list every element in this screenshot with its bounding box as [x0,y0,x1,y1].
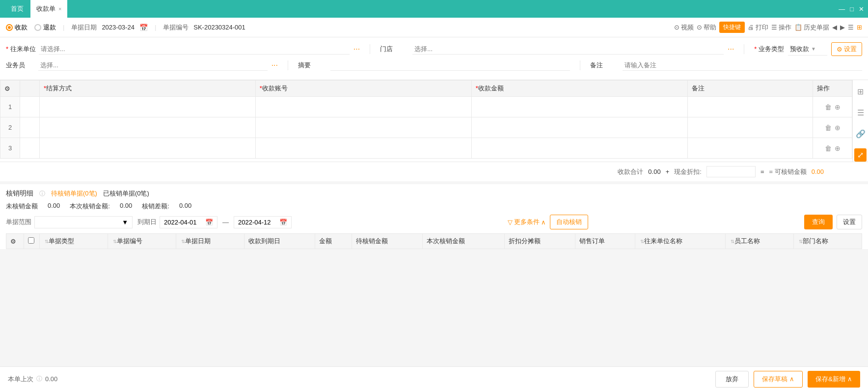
video-btn[interactable]: ⊙ 视频 [674,23,694,32]
tab-home[interactable]: 首页 [4,0,30,18]
col-payment-method-header: *结算方式 [40,81,256,97]
query-button[interactable]: 查询 [804,215,833,229]
salesperson-label: 业务员 [6,61,35,70]
sidebar-expand-icon[interactable]: ⤢ [854,148,867,162]
row-2-copy-icon[interactable]: ⊕ [835,124,841,132]
col-amount-header: *收款金额 [471,81,687,97]
salesperson-input[interactable] [38,60,268,71]
tab-active-label: 收款单 [36,0,55,18]
save-new-button[interactable]: 保存&新增 ∧ [808,371,860,388]
radio-receive[interactable]: 收款 [6,23,27,32]
close-icon[interactable]: ✕ [859,5,864,13]
data-table: ⚙ *结算方式 *收款账号 *收款金额 备注 操作 [0,80,852,159]
divider3 [288,60,288,70]
date-from-calendar-icon[interactable]: 📅 [205,219,213,226]
history-btn[interactable]: 📋 历史单据 [794,23,829,32]
sidebar-link-icon[interactable]: 🔗 [854,127,868,140]
settings-button[interactable]: ⚙ 设置 [831,42,862,56]
table-settings-button[interactable]: 设置 [837,215,862,229]
main-content: ⚙ *结算方式 *收款账号 *收款金额 备注 操作 [0,80,868,162]
number-label: 单据编号 [163,23,189,32]
form-row-1: 往来单位 ··· 门店 ··· 业务类型 预收款 ▼ ⚙ 设置 [6,42,862,56]
business-type-select[interactable]: 预收款 ▼ [788,43,827,56]
row-2-amount[interactable] [471,117,687,138]
range-field: 单据范围 ▼ [6,216,133,228]
row-2-delete-icon[interactable]: 🗑 [825,124,832,132]
row-1-account[interactable] [255,97,471,117]
unverified-value: 0.00 [48,202,60,211]
row-2-payment[interactable] [40,117,256,138]
discount-input[interactable] [706,166,756,177]
row-3-copy-icon[interactable]: ⊕ [835,144,841,152]
row-1-payment[interactable] [40,97,256,117]
tab-close-icon[interactable]: × [58,0,61,18]
view-grid-icon[interactable]: ⊞ [857,24,862,31]
bottom-settings-icon[interactable]: ⚙ [10,238,16,245]
row-1-delete-icon[interactable]: 🗑 [825,103,832,111]
date-from-input[interactable] [164,219,203,226]
bottom-value: 0.00 [45,375,57,383]
view-list-icon[interactable]: ☰ [848,24,854,31]
tab-active[interactable]: 收款单 × [30,0,67,18]
result-value: 0.00 [812,168,824,175]
range-select[interactable]: ▼ [34,216,133,228]
row-3-amount[interactable] [471,138,687,159]
bottom-col-checkbox-header[interactable] [24,234,40,249]
maximize-icon[interactable]: □ [850,5,854,13]
tab-done[interactable]: 已核销单据(0笔) [103,189,149,198]
operation-btn[interactable]: ☰ 操作 [771,23,791,32]
nav-prev-icon[interactable]: ◀ [832,24,837,31]
row-3-remark[interactable] [687,138,813,159]
bottom-info-icon[interactable]: ⓘ [36,375,42,383]
radio-refund-label: 退款 [43,23,56,32]
total-label: 收款合计 [618,168,643,176]
row-3-payment[interactable] [40,138,256,159]
date-to-calendar-icon[interactable]: 📅 [279,219,287,226]
salesperson-more-icon[interactable]: ··· [271,61,278,70]
sidebar-grid-icon[interactable]: ⊞ [855,85,866,98]
row-3-account[interactable] [255,138,471,159]
minimize-icon[interactable]: — [839,5,845,13]
store-more-icon[interactable]: ··· [728,45,734,54]
sidebar-list-icon[interactable]: ☰ [855,106,866,119]
save-draft-button[interactable]: 保存草稿 ∧ [754,371,803,388]
date-to-picker[interactable]: 📅 [234,216,292,228]
row-1-copy-icon[interactable]: ⊕ [835,103,841,111]
col-setting-header[interactable]: ⚙ [0,81,20,97]
hexiao-info-icon[interactable]: ⓘ [39,190,45,198]
date-from-picker[interactable]: 📅 [160,216,217,228]
settings-icon[interactable]: ⚙ [4,85,10,92]
bottom-col-salesorder-header: 销售订单 [575,234,635,249]
footer-left: 本单上次 ⓘ 0.00 [8,375,57,384]
row-2-remark[interactable] [687,117,813,138]
select-all-checkbox[interactable] [28,237,34,244]
bottom-col-docno-header: ⇅单据编号 [108,234,176,249]
remark-label: 备注 [590,61,620,70]
row-2-account[interactable] [255,117,471,138]
abandon-button[interactable]: 放弃 [715,371,749,388]
date-to-input[interactable] [238,219,277,226]
summary-input[interactable] [330,60,570,71]
row-2-actions: 🗑 ⊕ [813,117,852,138]
help-btn[interactable]: ⊙ 帮助 [697,23,716,32]
auto-cancel-button[interactable]: 自动核销 [550,215,588,229]
bottom-col-pending-header: 待核销金额 [352,234,423,249]
counterparty-more-icon[interactable]: ··· [353,45,360,54]
store-input[interactable] [412,44,724,55]
nav-next-icon[interactable]: ▶ [840,24,845,31]
row-3-delete-icon[interactable]: 🗑 [825,144,832,152]
print-btn[interactable]: 🖨 打印 [748,23,768,32]
shortcut-btn[interactable]: 快捷键 [719,22,745,33]
bottom-col-docdate-header: ⇅单据日期 [176,234,244,249]
store-field: 门店 ··· [380,44,734,55]
bottom-col-setting-header[interactable]: ⚙ [6,234,24,249]
row-1-remark[interactable] [687,97,813,117]
tab-pending[interactable]: 待核销单据(0笔) [51,189,97,198]
row-1-amount[interactable] [471,97,687,117]
col-rownum-header [20,81,40,97]
remark-input[interactable] [623,60,862,71]
radio-refund[interactable]: 退款 [34,23,56,32]
counterparty-input[interactable] [39,44,350,55]
date-icon[interactable]: 📅 [139,24,148,31]
more-conditions-btn[interactable]: ▽ 更多条件 ∧ [508,218,546,226]
